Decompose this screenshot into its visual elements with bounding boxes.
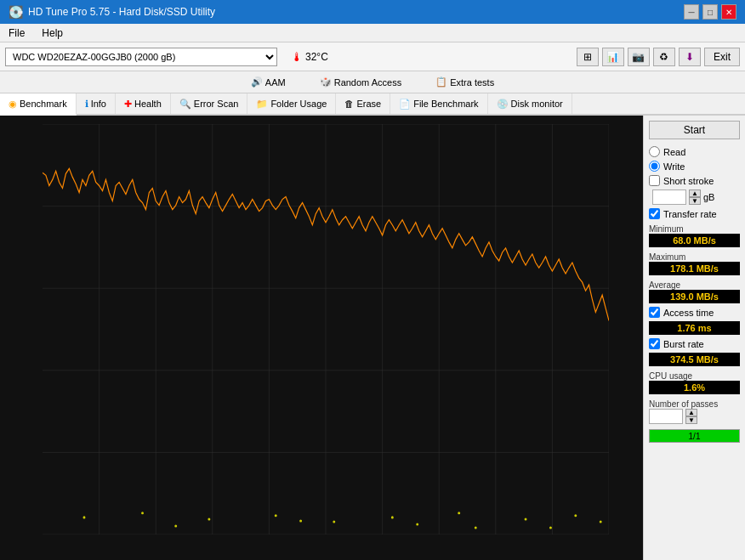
cpu-usage-section: CPU usage 1.6%	[649, 370, 740, 394]
access-time-checkbox[interactable]	[649, 307, 660, 318]
burst-rate-value: 374.5 MB/s	[649, 353, 740, 366]
short-stroke-checkbox[interactable]	[649, 175, 660, 186]
passes-increment[interactable]: ▲	[685, 409, 697, 416]
tab-random-access[interactable]: 🎲 Random Access	[320, 76, 401, 88]
gb-input[interactable]: 40	[652, 189, 686, 205]
toolbar-btn-2[interactable]: 📊	[602, 48, 624, 66]
average-section: Average 139.0 MB/s	[649, 279, 740, 303]
svg-point-51	[299, 519, 302, 522]
passes-decrement[interactable]: ▼	[685, 416, 697, 424]
burst-rate-row: Burst rate	[649, 338, 740, 349]
svg-point-48	[174, 524, 177, 527]
disk-icon: 💿	[497, 99, 509, 110]
menubar: File Help	[0, 24, 745, 42]
burst-rate-label: Burst rate	[663, 339, 704, 349]
transfer-rate-checkbox[interactable]	[649, 208, 660, 219]
maximize-button[interactable]: □	[702, 4, 718, 20]
start-button[interactable]: Start	[649, 121, 740, 139]
titlebar-controls: ─ □ ✕	[684, 4, 736, 20]
info-icon: ℹ	[85, 99, 88, 110]
bottom-tabs: ◉ Benchmark ℹ Info ✚ Health 🔍 Error Scan…	[0, 93, 745, 116]
progress-bar-fill: 1/1	[650, 430, 739, 442]
access-time-label: Access time	[663, 308, 714, 318]
transfer-rate-label: Transfer rate	[663, 209, 717, 219]
svg-point-44	[391, 516, 394, 518]
burst-rate-section: 374.5 MB/s	[649, 353, 740, 366]
tab-file-benchmark[interactable]: 📄 File Benchmark	[390, 93, 487, 114]
temperature-display: 🌡 32°C	[291, 50, 328, 64]
svg-point-40	[141, 512, 144, 514]
minimum-value: 68.0 MB/s	[649, 234, 740, 247]
titlebar-title: HD Tune Pro 5.75 - Hard Disk/SSD Utility	[28, 6, 215, 18]
read-radio-row: Read	[649, 146, 740, 157]
toolbar-btn-4[interactable]: ♻	[653, 48, 675, 66]
tab-extra-tests[interactable]: 📋 Extra tests	[435, 76, 494, 88]
read-radio[interactable]	[649, 146, 660, 157]
gb-label: gB	[703, 192, 714, 202]
access-time-section: 1.76 ms	[649, 321, 740, 335]
passes-spinner: ▲ ▼	[685, 409, 697, 424]
short-stroke-label: Short stroke	[663, 176, 714, 186]
svg-point-50	[475, 526, 477, 529]
average-value: 139.0 MB/s	[649, 290, 740, 303]
read-label: Read	[663, 147, 685, 157]
close-button[interactable]: ✕	[721, 4, 736, 20]
cpu-usage-value: 1.6%	[649, 381, 740, 394]
burst-rate-checkbox[interactable]	[649, 338, 660, 349]
benchmark-chart: 200 150 100 50 0 MB/s 40 30 20 10 ms 0 2…	[43, 124, 609, 535]
svg-point-43	[333, 520, 335, 523]
passes-label: Number of passes	[649, 399, 740, 409]
tab-folder-usage[interactable]: 📁 Folder Usage	[247, 93, 336, 114]
exit-button[interactable]: Exit	[704, 48, 740, 66]
gb-input-row: 40 ▲ ▼ gB	[652, 189, 740, 205]
svg-point-46	[525, 518, 527, 520]
gb-decrement[interactable]: ▼	[689, 197, 701, 205]
gb-spinner: ▲ ▼	[689, 189, 701, 205]
error-icon: 🔍	[179, 99, 191, 110]
toolbar-btn-5[interactable]: ⬇	[679, 48, 701, 66]
svg-point-45	[458, 512, 460, 514]
toolbar-btn-3[interactable]: 📷	[628, 48, 650, 66]
access-time-row: Access time	[649, 307, 740, 318]
passes-section: Number of passes 1 ▲ ▼	[649, 398, 740, 424]
gb-increment[interactable]: ▲	[689, 189, 701, 197]
average-label: Average	[649, 280, 740, 290]
drive-select[interactable]: WDC WD20EZAZ-00GGJB0 (2000 gB)	[5, 48, 277, 66]
passes-input[interactable]: 1	[649, 409, 683, 424]
maximum-value: 178.1 MB/s	[649, 262, 740, 275]
minimize-button[interactable]: ─	[684, 4, 699, 20]
folder-icon: 📁	[256, 99, 268, 110]
access-time-value: 1.76 ms	[649, 321, 740, 335]
svg-point-39	[83, 516, 86, 518]
write-label: Write	[663, 161, 685, 172]
tab-error-scan[interactable]: 🔍 Error Scan	[171, 93, 248, 114]
menu-file[interactable]: File	[5, 26, 28, 40]
tab-info[interactable]: ℹ Info	[77, 93, 116, 114]
toolbar-btn-1[interactable]: ⊞	[577, 48, 599, 66]
tab-erase[interactable]: 🗑 Erase	[336, 93, 390, 114]
tab-benchmark[interactable]: ◉ Benchmark	[0, 93, 77, 116]
maximum-label: Maximum	[649, 252, 740, 262]
aam-icon: 🔊	[251, 76, 263, 88]
progress-label: 1/1	[689, 432, 701, 441]
titlebar: 💽 HD Tune Pro 5.75 - Hard Disk/SSD Utili…	[0, 0, 745, 24]
tab-disk-monitor[interactable]: 💿 Disk monitor	[488, 93, 572, 114]
svg-point-42	[275, 514, 277, 517]
top-tabs: 🔊 AAM 🎲 Random Access 📋 Extra tests	[0, 71, 745, 93]
svg-point-52	[549, 526, 552, 529]
menu-help[interactable]: Help	[38, 26, 66, 40]
file-icon: 📄	[399, 99, 411, 110]
svg-point-47	[574, 514, 577, 517]
minimum-label: Minimum	[649, 224, 740, 234]
tab-health[interactable]: ✚ Health	[116, 93, 171, 114]
health-icon: ✚	[124, 99, 132, 110]
svg-point-41	[208, 518, 210, 520]
erase-icon: 🗑	[344, 99, 354, 109]
minimum-section: Minimum 68.0 MB/s	[649, 223, 740, 247]
write-radio-row: Write	[649, 161, 740, 172]
write-radio[interactable]	[649, 161, 660, 172]
right-panel: Start Read Write Short stroke 40 ▲ ▼ gB …	[643, 116, 745, 560]
tab-aam[interactable]: 🔊 AAM	[251, 76, 286, 88]
transfer-rate-row: Transfer rate	[649, 208, 740, 219]
progress-bar-container: 1/1	[649, 429, 740, 443]
